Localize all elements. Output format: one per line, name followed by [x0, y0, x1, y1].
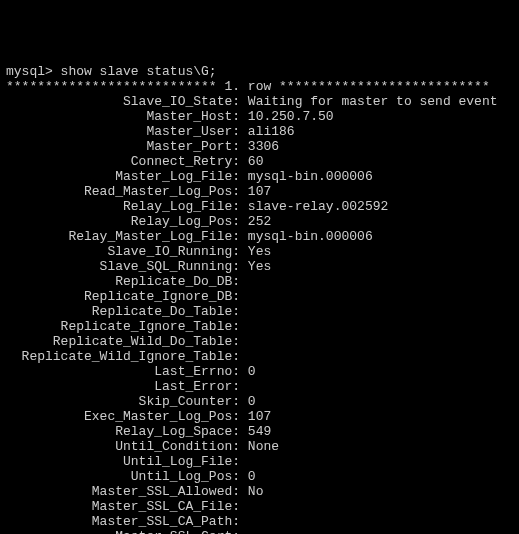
status-field-row: Master_SSL_CA_Path: [6, 514, 513, 529]
field-label: Relay_Log_Pos: [6, 214, 240, 229]
field-label: Until_Condition: [6, 439, 240, 454]
field-label: Until_Log_Pos: [6, 469, 240, 484]
status-field-row: Relay_Log_Pos: 252 [6, 214, 513, 229]
status-field-row: Until_Log_Pos: 0 [6, 469, 513, 484]
field-value: 0 [248, 469, 256, 484]
status-field-row: Slave_SQL_Running: Yes [6, 259, 513, 274]
field-label: Replicate_Do_Table: [6, 304, 240, 319]
field-value: 549 [248, 424, 271, 439]
status-field-row: Master_Port: 3306 [6, 139, 513, 154]
status-field-row: Master_SSL_CA_File: [6, 499, 513, 514]
field-label: Last_Error: [6, 379, 240, 394]
status-field-row: Master_SSL_Cert: [6, 529, 513, 534]
status-field-row: Until_Condition: None [6, 439, 513, 454]
status-field-row: Exec_Master_Log_Pos: 107 [6, 409, 513, 424]
field-value: slave-relay.002592 [248, 199, 388, 214]
field-label: Last_Errno: [6, 364, 240, 379]
status-field-row: Relay_Log_File: slave-relay.002592 [6, 199, 513, 214]
field-value: Yes [248, 259, 271, 274]
field-label: Master_SSL_Allowed: [6, 484, 240, 499]
field-value: 107 [248, 409, 271, 424]
field-label: Master_User: [6, 124, 240, 139]
field-label: Master_Log_File: [6, 169, 240, 184]
status-field-row: Slave_IO_Running: Yes [6, 244, 513, 259]
field-label: Relay_Log_File: [6, 199, 240, 214]
status-field-row: Replicate_Ignore_DB: [6, 289, 513, 304]
field-label: Read_Master_Log_Pos: [6, 184, 240, 199]
field-label: Skip_Counter: [6, 394, 240, 409]
status-field-row: Replicate_Do_Table: [6, 304, 513, 319]
field-value: No [248, 484, 264, 499]
field-value: 0 [248, 364, 256, 379]
field-label: Exec_Master_Log_Pos: [6, 409, 240, 424]
status-field-row: Master_Host: 10.250.7.50 [6, 109, 513, 124]
status-field-row: Last_Error: [6, 379, 513, 394]
field-value: None [248, 439, 279, 454]
field-label: Slave_IO_State: [6, 94, 240, 109]
field-value: mysql-bin.000006 [248, 169, 373, 184]
field-label: Replicate_Ignore_DB: [6, 289, 240, 304]
field-label: Slave_IO_Running: [6, 244, 240, 259]
mysql-prompt-line: mysql> show slave status\G; [6, 64, 513, 79]
field-value: 252 [248, 214, 271, 229]
field-value: 10.250.7.50 [248, 109, 334, 124]
field-label: Master_SSL_CA_File: [6, 499, 240, 514]
field-label: Master_SSL_Cert: [6, 529, 240, 534]
field-value: 107 [248, 184, 271, 199]
status-field-row: Master_Log_File: mysql-bin.000006 [6, 169, 513, 184]
status-field-row: Slave_IO_State: Waiting for master to se… [6, 94, 513, 109]
status-field-row: Read_Master_Log_Pos: 107 [6, 184, 513, 199]
field-label: Slave_SQL_Running: [6, 259, 240, 274]
field-value: mysql-bin.000006 [248, 229, 373, 244]
row-separator: *************************** 1. row *****… [6, 79, 513, 94]
field-label: Master_SSL_CA_Path: [6, 514, 240, 529]
field-label: Replicate_Wild_Do_Table: [6, 334, 240, 349]
status-field-row: Replicate_Do_DB: [6, 274, 513, 289]
field-value: 60 [248, 154, 264, 169]
status-field-row: Last_Errno: 0 [6, 364, 513, 379]
field-value: Waiting for master to send event [248, 94, 498, 109]
field-value: Yes [248, 244, 271, 259]
status-field-row: Replicate_Ignore_Table: [6, 319, 513, 334]
status-field-row: Master_SSL_Allowed: No [6, 484, 513, 499]
field-label: Until_Log_File: [6, 454, 240, 469]
field-label: Relay_Log_Space: [6, 424, 240, 439]
field-label: Replicate_Do_DB: [6, 274, 240, 289]
field-label: Master_Port: [6, 139, 240, 154]
terminal-output: mysql> show slave status\G;*************… [6, 64, 513, 534]
row-sep-label: 1. row [217, 79, 279, 94]
status-field-row: Connect_Retry: 60 [6, 154, 513, 169]
status-field-row: Replicate_Wild_Do_Table: [6, 334, 513, 349]
status-field-row: Replicate_Wild_Ignore_Table: [6, 349, 513, 364]
status-field-row: Relay_Log_Space: 549 [6, 424, 513, 439]
field-value: 3306 [248, 139, 279, 154]
field-label: Connect_Retry: [6, 154, 240, 169]
status-field-row: Skip_Counter: 0 [6, 394, 513, 409]
field-label: Relay_Master_Log_File: [6, 229, 240, 244]
field-label: Master_Host: [6, 109, 240, 124]
status-field-row: Until_Log_File: [6, 454, 513, 469]
field-label: Replicate_Ignore_Table: [6, 319, 240, 334]
status-field-row: Master_User: ali186 [6, 124, 513, 139]
field-label: Replicate_Wild_Ignore_Table: [6, 349, 240, 364]
field-value: ali186 [248, 124, 295, 139]
field-value: 0 [248, 394, 256, 409]
status-field-row: Relay_Master_Log_File: mysql-bin.000006 [6, 229, 513, 244]
row-sep-right: *************************** [279, 79, 490, 94]
row-sep-left: *************************** [6, 79, 217, 94]
